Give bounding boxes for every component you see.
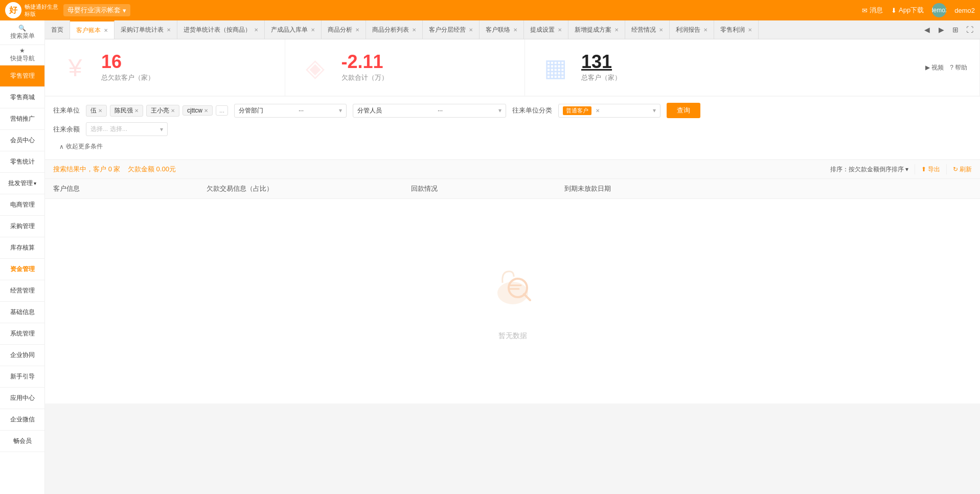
tab-expand-btn[interactable]: ⊞ — [949, 24, 962, 36]
tab-close-btn[interactable]: ✕ — [703, 27, 708, 33]
tab-close-btn[interactable]: ✕ — [254, 27, 258, 33]
sidebar-item-marketing[interactable]: 营销推广 — [0, 108, 44, 130]
unit-tag-cj-remove[interactable]: ✕ — [204, 108, 208, 114]
sidebar-item-label: 库存核算 — [3, 243, 41, 252]
unit-tag-cj: cjttcw ✕ — [183, 105, 213, 116]
sidebar-item-wholesale-mgmt[interactable]: 批发管理 ▾ — [0, 173, 44, 194]
empty-state: 暂无数据 — [467, 242, 559, 361]
col-repayment: 回款情况 — [411, 184, 564, 193]
sort-btn[interactable]: 排序：按欠款金额倒序排序 ▾ — [830, 165, 908, 174]
tab-product-analysis[interactable]: 商品分析 ✕ — [322, 20, 366, 39]
help-link[interactable]: ? 帮助 — [950, 63, 967, 72]
unit-category-filter[interactable]: 普通客户 ✕ ▾ — [558, 104, 660, 118]
sidebar-item-label: 企业微信 — [3, 415, 41, 424]
unit-tag-chen-remove[interactable]: ✕ — [134, 108, 139, 114]
sidebar-item-retail-mall[interactable]: 零售商城 — [0, 87, 44, 108]
avatar[interactable]: demo2 — [932, 3, 946, 17]
tab-close-btn[interactable]: ✕ — [748, 27, 752, 33]
filter-row-2: 往来余额 选择... 选择... ▾ — [53, 122, 972, 136]
results-actions: 排序：按欠款金额倒序排序 ▾ ⬆ 导出 ↻ 刷新 — [830, 164, 972, 174]
tab-close-btn[interactable]: ✕ — [659, 27, 663, 33]
tab-inbound-stats[interactable]: 进货单统计表（按商品） ✕ — [177, 20, 265, 39]
sidebar-item-basic-info[interactable]: 基础信息 — [0, 302, 44, 323]
filter-area: 往来单位 伍 ✕ 陈民强 ✕ 王小亮 — [45, 97, 980, 159]
tab-close-btn[interactable]: ✕ — [614, 27, 619, 33]
tab-close-btn[interactable]: ✕ — [355, 27, 359, 33]
sidebar-item-system[interactable]: 系统管理 — [0, 323, 44, 345]
tab-product-analysis-list[interactable]: 商品分析列表 ✕ — [366, 20, 423, 39]
sidebar-item-ecommerce[interactable]: 电商管理 — [0, 194, 44, 216]
tab-new-boost-plan[interactable]: 新增提成方案 ✕ — [568, 20, 625, 39]
more-tags-btn[interactable]: ... — [216, 105, 228, 116]
sidebar-item-vip[interactable]: 畅会员 — [0, 431, 44, 452]
empty-text: 暂无数据 — [487, 331, 538, 341]
query-button[interactable]: 查询 — [667, 103, 700, 118]
sidebar-item-inventory[interactable]: 库存核算 — [0, 237, 44, 259]
credit-customers-icon: ¥ — [57, 50, 93, 85]
credit-amount-label: 欠款合计（万） — [341, 73, 388, 82]
tab-customer-segmentation[interactable]: 客户分层经营 ✕ — [423, 20, 480, 39]
credit-amount-value: -2.11 — [341, 53, 388, 71]
credit-customers-value: 16 — [101, 53, 154, 71]
sidebar-item-newbie[interactable]: 新手引导 — [0, 366, 44, 388]
person-filter[interactable]: 分管人员 ··· ▾ — [353, 104, 506, 118]
sidebar-item-capital[interactable]: 资金管理 — [0, 259, 44, 280]
tab-operations-status[interactable]: 经营情况 ✕ — [625, 20, 670, 39]
empty-icon — [487, 262, 538, 323]
sidebar-item-app-center[interactable]: 应用中心 — [0, 388, 44, 409]
sidebar-item-label: 营销推广 — [3, 115, 41, 123]
divider — [915, 164, 915, 174]
tab-product-inbound[interactable]: 产成品入库单 ✕ — [265, 20, 322, 39]
total-customers-icon: ▦ — [537, 50, 573, 85]
tab-customer-contact[interactable]: 客户联络 ✕ — [480, 20, 524, 39]
tab-scroll-left-btn[interactable]: ◀ — [921, 24, 933, 36]
customer-type-tag: 普通客户 — [563, 106, 591, 115]
video-link[interactable]: ▶ 视频 — [925, 63, 944, 72]
export-btn[interactable]: ⬆ 导出 — [921, 165, 940, 174]
department-filter[interactable]: 分管部门 ··· ▾ — [234, 104, 347, 118]
stat-credit-customers: ¥ 16 总欠款客户（家） — [45, 39, 285, 96]
sidebar-item-enterprise-wx[interactable]: 企业微信 — [0, 409, 44, 431]
sidebar-item-member-center[interactable]: 会员中心 — [0, 130, 44, 151]
sidebar-item-label: 零售管理 — [3, 72, 41, 80]
collapse-btn[interactable]: ∧ 收起更多条件 — [53, 140, 972, 153]
tab-close-btn[interactable]: ✕ — [513, 27, 517, 33]
tab-customer-ledger[interactable]: 客户账本 ✕ — [70, 20, 115, 39]
unit-tag-wang-remove[interactable]: ✕ — [171, 108, 175, 114]
sidebar-quick-nav[interactable]: ★ 快捷导航 — [0, 45, 44, 65]
tab-purchase-order-stats[interactable]: 采购订单统计表 ✕ — [115, 20, 177, 39]
unit-tag-wu-remove[interactable]: ✕ — [98, 108, 102, 114]
tab-close-btn[interactable]: ✕ — [412, 27, 416, 33]
sidebar-item-enterprise-collab[interactable]: 企业协同 — [0, 345, 44, 366]
tab-home[interactable]: 首页 — [45, 20, 70, 39]
chevron-down-icon: ▾ — [653, 107, 656, 114]
tab-scroll-right-btn[interactable]: ▶ — [935, 24, 947, 36]
tenant-selector[interactable]: 母婴行业演示帐套 ▾ — [63, 4, 130, 16]
tab-retail-profit[interactable]: 零售利润 ✕ — [714, 20, 759, 39]
refresh-btn[interactable]: ↻ 刷新 — [953, 165, 972, 174]
sidebar-item-label: 零售商城 — [3, 93, 41, 102]
customer-type-remove[interactable]: ✕ — [596, 108, 600, 114]
sidebar-item-label: 基础信息 — [3, 308, 41, 317]
sidebar-item-retail-stats[interactable]: 零售统计 — [0, 151, 44, 173]
tab-close-btn[interactable]: ✕ — [167, 27, 171, 33]
tab-close-btn[interactable]: ✕ — [558, 27, 562, 33]
message-btn[interactable]: ✉ 消息 — [862, 6, 883, 15]
sidebar-item-operations[interactable]: 经营管理 — [0, 280, 44, 302]
sidebar-item-purchase[interactable]: 采购管理 — [0, 216, 44, 237]
tab-profit-report[interactable]: 利润报告 ✕ — [670, 20, 714, 39]
tab-close-btn[interactable]: ✕ — [104, 28, 108, 33]
balance-filter[interactable]: 选择... 选择... ▾ — [86, 122, 168, 136]
app-download-btn[interactable]: ⬇ App下载 — [891, 6, 924, 15]
sidebar-item-retail-mgmt[interactable]: 零售管理 — [0, 65, 44, 87]
tab-fullscreen-btn[interactable]: ⛶ — [964, 24, 976, 36]
more-icon: ··· — [438, 107, 443, 114]
sidebar-item-label: 应用中心 — [3, 394, 41, 402]
sidebar-search[interactable]: 🔍 搜索菜单 — [0, 20, 44, 45]
sidebar-item-label: 经营管理 — [3, 286, 41, 295]
help-icon: ? — [950, 64, 953, 71]
tab-close-btn[interactable]: ✕ — [469, 27, 473, 33]
username-label: demo2 — [954, 7, 975, 14]
tab-close-btn[interactable]: ✕ — [311, 27, 315, 33]
tab-boost-settings[interactable]: 提成设置 ✕ — [524, 20, 568, 39]
